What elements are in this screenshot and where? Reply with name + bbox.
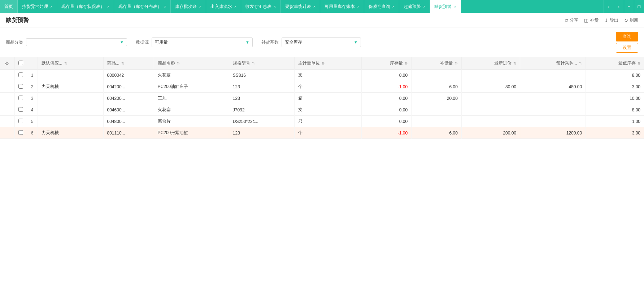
- tab-expiry-query-close[interactable]: ×: [392, 4, 395, 9]
- tab-shortage-close[interactable]: ×: [454, 4, 456, 9]
- row-latest-price: [461, 70, 520, 81]
- row-stock: 0.00: [361, 116, 412, 127]
- row-stock: 0.00: [361, 93, 412, 104]
- column-default-supplier: 默认供应... ⇅: [38, 57, 103, 70]
- tab-demand-stats[interactable]: 要货单统计表 ×: [281, 0, 320, 13]
- row-replenish-qty: 6.00: [412, 81, 462, 93]
- row-number: 3: [27, 93, 38, 104]
- share-button[interactable]: ⧉ 分享: [565, 17, 578, 23]
- base-select[interactable]: 安全库存 ▼: [282, 37, 361, 47]
- tab-inout-flow[interactable]: 出入库流水 ×: [206, 0, 241, 13]
- row-number: 2: [27, 81, 38, 93]
- row-checkbox-1[interactable]: [18, 84, 23, 89]
- select-all-checkbox[interactable]: [18, 61, 23, 65]
- filter-bar: 商品分类 ▼ 数据源 可用量 ▼ 补货基数 安全库存 ▼ 查询 设置: [0, 27, 644, 57]
- tab-minimize-button[interactable]: −: [624, 0, 634, 13]
- row-unit: 个: [294, 127, 361, 139]
- tab-available-ledger[interactable]: 可用量库存账本 ×: [320, 0, 364, 13]
- row-spec: SS816: [229, 70, 294, 81]
- column-checkbox-header: [14, 57, 27, 70]
- tab-receipt-summary[interactable]: 收发存汇总表 ×: [241, 0, 280, 13]
- row-supplier: 力天机械: [38, 127, 103, 139]
- row-spec: 123: [229, 127, 294, 139]
- column-settings-icon[interactable]: ⚙: [5, 61, 9, 66]
- tab-inventory-status-close[interactable]: ×: [107, 4, 109, 9]
- row-checkbox-cell: [14, 127, 27, 139]
- column-latest-price: 最新进价 ⇅: [461, 57, 520, 70]
- tab-available-ledger-close[interactable]: ×: [357, 4, 359, 9]
- query-button[interactable]: 查询: [616, 32, 638, 41]
- price-sort-icon: ⇅: [513, 61, 516, 65]
- category-select[interactable]: ▼: [26, 38, 127, 46]
- table-row: 3 004200... 三九 123 箱 0.00 20.00 10.00: [0, 93, 644, 104]
- row-checkbox-3[interactable]: [18, 107, 23, 112]
- tab-next-button[interactable]: ›: [614, 0, 624, 13]
- settings-button[interactable]: 设置: [616, 43, 638, 53]
- tab-batch-account-close[interactable]: ×: [199, 4, 201, 9]
- tab-inventory-dist[interactable]: 现存量（库存分布表） ×: [114, 0, 171, 13]
- row-product-code: 0000042: [103, 70, 154, 81]
- estimated-sort-icon: ⇅: [579, 61, 582, 65]
- column-estimated-purchase: 预计采购... ⇅: [520, 57, 586, 70]
- row-gear-cell: [0, 93, 14, 104]
- column-stock: 库存量 ⇅: [361, 57, 412, 70]
- row-checkbox-4[interactable]: [18, 119, 23, 123]
- row-product-code: 004200...: [103, 93, 154, 104]
- row-number: 5: [27, 116, 38, 127]
- tab-inventory-status[interactable]: 现存量（库存状况表） ×: [57, 0, 114, 13]
- tab-maximize-button[interactable]: □: [634, 0, 644, 13]
- tab-abnormal[interactable]: 拣货异常处理 ×: [18, 0, 57, 13]
- datasource-select[interactable]: 可用量 ▼: [152, 37, 253, 47]
- row-checkbox-2[interactable]: [18, 96, 23, 100]
- column-product-code: 商品... ⇅: [103, 57, 154, 70]
- row-checkbox-cell: [14, 81, 27, 93]
- row-product-code: 004600...: [103, 104, 154, 116]
- replenish-button[interactable]: ◫ 补货: [584, 17, 599, 23]
- tab-demand-stats-close[interactable]: ×: [313, 4, 316, 9]
- tab-prev-button[interactable]: ‹: [604, 0, 614, 13]
- row-product-name: 火花塞: [154, 70, 229, 81]
- row-number: 6: [27, 127, 38, 139]
- unit-sort-icon: ⇅: [322, 61, 325, 65]
- category-label: 商品分类: [6, 39, 23, 45]
- row-supplier: [38, 104, 103, 116]
- tab-abnormal-close[interactable]: ×: [50, 4, 52, 9]
- row-product-name: PC200油缸庄子: [154, 81, 229, 93]
- row-product-name: 三九: [154, 93, 229, 104]
- tab-bar: 首页 拣货异常处理 × 现存量（库存状况表） × 现存量（库存分布表） × 库存…: [0, 0, 644, 13]
- tab-inout-flow-close[interactable]: ×: [234, 4, 236, 9]
- row-checkbox-0[interactable]: [18, 72, 23, 77]
- row-gear-cell: [0, 70, 14, 81]
- tab-expiry-query[interactable]: 保质期查询 ×: [364, 0, 399, 13]
- row-latest-price: [461, 104, 520, 116]
- table-row: 1 0000042 火花塞 SS816 支 0.00 8.00: [0, 70, 644, 81]
- tab-home[interactable]: 首页: [0, 0, 18, 13]
- row-checkbox-cell: [14, 70, 27, 81]
- tab-nav-buttons: ‹ › − □: [604, 0, 644, 13]
- refresh-button[interactable]: ↻ 刷新: [624, 17, 638, 23]
- export-button[interactable]: ⇓ 导出: [604, 17, 618, 23]
- table-row: 4 004600... 火花塞 J7092 支 0.00 8.00: [0, 104, 644, 116]
- base-label: 补货基数: [261, 39, 279, 45]
- row-unit: 支: [294, 70, 361, 81]
- export-icon: ⇓: [604, 18, 608, 23]
- tab-inventory-dist-close[interactable]: ×: [164, 4, 166, 9]
- tab-batch-account[interactable]: 库存批次账 ×: [171, 0, 206, 13]
- replenish-icon: ◫: [584, 18, 588, 23]
- row-supplier: [38, 116, 103, 127]
- row-spec: DS250*23c...: [229, 116, 294, 127]
- refresh-icon: ↻: [624, 18, 628, 23]
- filter-actions: 查询 设置: [616, 32, 638, 53]
- tab-receipt-summary-close[interactable]: ×: [274, 4, 276, 9]
- row-stock: 0.00: [361, 104, 412, 116]
- min-stock-sort-icon: ⇅: [638, 61, 640, 65]
- tab-overstock[interactable]: 超储预警 ×: [399, 0, 430, 13]
- table-row: 5 004800... 离合片 DS250*23c... 只 0.00 1.00: [0, 116, 644, 127]
- row-supplier: [38, 93, 103, 104]
- tab-overstock-close[interactable]: ×: [423, 4, 425, 9]
- table-header-row: ⚙ 默认供应... ⇅ 商品... ⇅ 商品名称: [0, 57, 644, 70]
- row-checkbox-5[interactable]: [18, 130, 23, 135]
- header-actions: ⧉ 分享 ◫ 补货 ⇓ 导出 ↻ 刷新: [565, 17, 638, 23]
- row-gear-cell: [0, 127, 14, 139]
- tab-shortage[interactable]: 缺货预警 ×: [430, 0, 461, 13]
